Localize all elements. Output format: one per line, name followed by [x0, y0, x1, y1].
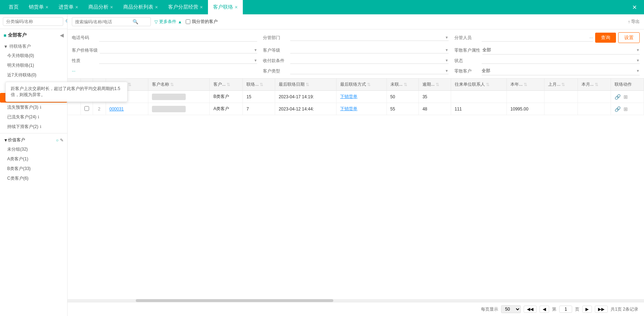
th-uncontacted[interactable]: 未联... ⇅ — [386, 79, 419, 91]
sort-icon-overdue: ⇅ — [436, 82, 439, 87]
filter-row-payment: 收付款条件 ▼ — [263, 57, 448, 64]
nav-item-customer-contact[interactable]: 客户联络 ✕ — [208, 0, 243, 14]
filter-select-retail-attr[interactable]: 全部 ▼ — [482, 46, 640, 55]
th-unit-contact[interactable]: 往来单位联系人 ⇅ — [451, 79, 506, 91]
filter-select-price-level[interactable]: ▼ — [100, 47, 257, 53]
customer-table: ⚙ 客户编码 ⇅ — [68, 79, 644, 115]
sidebar-item-churn-warning[interactable]: 流失预警客户(3) ℹ — [0, 103, 67, 112]
th-overdue[interactable]: 逾期... ⇅ — [419, 79, 451, 91]
value-customers-group[interactable]: ▼ 价值客户 ○ ✎ — [0, 135, 67, 145]
sidebar-item-class-b[interactable]: B类客户(33) — [0, 164, 67, 174]
nav-item-purchase[interactable]: 进货单 ✕ — [54, 0, 83, 14]
sidebar-search-input[interactable] — [3, 17, 63, 26]
more-options-link[interactable]: ··· — [72, 69, 75, 74]
filter-select-payment[interactable]: ▼ — [290, 57, 448, 64]
th-last-month[interactable]: 上月... ⇅ — [545, 79, 578, 91]
retail-customer-arrow-icon: ▼ — [636, 69, 640, 73]
nav-close-product-analysis[interactable]: ✕ — [110, 5, 113, 10]
my-customers-checkbox-area[interactable]: 我分管的客户 — [186, 19, 218, 25]
action-grid-icon-2[interactable]: ⊞ — [624, 106, 628, 112]
export-button[interactable]: ↑ 导出 — [628, 19, 640, 25]
th-name[interactable]: 客户名称 ⇅ — [148, 79, 210, 91]
window-close-button[interactable]: ✕ — [629, 4, 640, 11]
filter-input-phone[interactable] — [99, 34, 257, 42]
info-icon-churn-warning: ℹ — [40, 105, 41, 110]
page-number-input[interactable] — [559, 306, 572, 313]
th-last-contact-method[interactable]: 最后联络方式 ⇅ — [337, 79, 387, 91]
pagination-bar: 每页显示 50 10 20 100 ◀◀ ◀ 第 页 ▶ ▶▶ 共1页 2条记录 — [68, 302, 644, 316]
sidebar-collapse-icon[interactable]: ◀ — [60, 33, 64, 38]
td-uncontacted-1: 50 — [386, 91, 419, 103]
nav-item-home[interactable]: 首页 — [4, 0, 24, 14]
filter-label-status: 状态 — [454, 58, 479, 64]
row-checkbox-2[interactable] — [84, 106, 89, 111]
nav-item-customer-segment[interactable]: 客户分层经营 ✕ — [163, 0, 208, 14]
filter-search-input[interactable] — [75, 19, 133, 24]
sidebar-item-class-c[interactable]: C类客户(6) — [0, 174, 67, 183]
sidebar-item-tomorrow-pending[interactable]: 明天待联络(1) — [0, 61, 67, 70]
sort-icon-this-year: ⇅ — [524, 82, 527, 87]
settings-button[interactable]: 设置 — [618, 32, 640, 43]
next-page-button[interactable]: ▶ — [582, 306, 592, 313]
nav-close-customer-segment[interactable]: ✕ — [200, 5, 203, 10]
first-page-button[interactable]: ◀◀ — [524, 306, 537, 313]
per-page-select[interactable]: 50 10 20 100 — [501, 305, 521, 313]
filter-bar: 🔍 ▽ 更多条件 ▲ 我分管的客户 ↑ 导出 — [68, 14, 644, 29]
customer-type-arrow-icon: ▼ — [445, 69, 449, 73]
filter-search-box: 🔍 — [72, 17, 151, 26]
filter-label-price-level: 客户价格等级 — [72, 47, 98, 53]
nav-close-sales[interactable]: ✕ — [45, 5, 48, 10]
sidebar-item-declining[interactable]: 持续下滑客户(2) ℹ — [0, 122, 67, 132]
td-checkbox-2[interactable] — [80, 103, 93, 115]
th-this-year[interactable]: 本年... ⇅ — [507, 79, 545, 91]
sort-icon-contact-count: ⇅ — [260, 82, 263, 87]
nav-close-customer-contact[interactable]: ✕ — [235, 5, 238, 10]
filter-search-icon[interactable]: 🔍 — [133, 19, 138, 24]
filter-label-nature: 性质 — [72, 58, 97, 64]
filter-select-nature[interactable]: ▼ — [99, 57, 257, 64]
sidebar-item-today-pending[interactable]: 今天待联络(0) — [0, 51, 67, 61]
th-last-contact-date[interactable]: 最后联络日期 ⇅ — [275, 79, 336, 91]
filter-select-status[interactable]: ▼ — [482, 57, 640, 64]
sidebar-item-ungrouped[interactable]: 未分组(32) — [0, 145, 67, 154]
last-page-button[interactable]: ▶▶ — [595, 306, 608, 313]
th-contact-count[interactable]: 联络... ⇅ — [243, 79, 275, 91]
nav-label-product-analysis: 商品分析 — [88, 4, 108, 10]
sidebar-item-churned[interactable]: 已流失客户(24) ℹ — [0, 112, 67, 122]
action-grid-icon-1[interactable]: ⊞ — [624, 94, 628, 100]
prev-page-button[interactable]: ◀ — [539, 306, 549, 313]
pending-arrow-icon: ▼ — [4, 44, 8, 49]
td-unit-contact-2: 111 — [451, 103, 506, 115]
filter-select-dept[interactable]: ▼ — [290, 34, 448, 41]
manager-dots-icon: ··· — [589, 35, 593, 40]
value-group-arrow-icon: ▼ — [4, 138, 8, 143]
more-filters-button[interactable]: ▽ 更多条件 ▲ — [154, 19, 182, 25]
nav-item-product-analysis-list[interactable]: 商品分析列表 ✕ — [118, 0, 163, 14]
my-customers-checkbox[interactable] — [186, 19, 190, 24]
filter-row-phone: 电话号码 — [72, 32, 257, 43]
nav-close-product-analysis-list[interactable]: ✕ — [155, 5, 158, 10]
nav-item-sales[interactable]: 销货单 ✕ — [24, 0, 54, 14]
filter-row-dept: 分管部门 ▼ — [263, 32, 448, 43]
sidebar-item-7days-pending[interactable]: 近7天待联络(0) — [0, 70, 67, 80]
scrollbar-thumb[interactable] — [136, 299, 333, 302]
query-button[interactable]: 查询 — [595, 33, 616, 43]
nav-close-purchase[interactable]: ✕ — [75, 5, 78, 10]
th-this-month[interactable]: 本月... ⇅ — [578, 79, 611, 91]
dept-arrow-icon: ▼ — [445, 36, 449, 39]
nav-item-product-analysis[interactable]: 商品分析 ✕ — [83, 0, 118, 14]
filter-select-customer-level[interactable]: ▼ — [290, 47, 448, 53]
filter-select-manager[interactable]: ··· — [482, 34, 593, 42]
td-code-2[interactable]: 000031 — [106, 103, 148, 115]
horizontal-scrollbar[interactable] — [68, 299, 644, 302]
th-category[interactable]: 客户... ⇅ — [210, 79, 243, 91]
filter-select-customer-type[interactable]: ▼ — [290, 68, 448, 74]
filter-select-retail-customer[interactable]: 全部 ▼ — [482, 67, 640, 75]
filter-row-status: 状态 ▼ — [454, 57, 640, 64]
action-link-icon-2[interactable]: 🔗 — [615, 106, 621, 112]
all-customers-header[interactable]: ■ 全部客户 ◀ — [0, 29, 67, 41]
edit-icon[interactable]: ✎ — [60, 138, 64, 143]
action-link-icon-1[interactable]: 🔗 — [615, 94, 621, 100]
pending-contact-group[interactable]: ▼ 待联络客户 — [0, 41, 67, 51]
sidebar-item-class-a[interactable]: A类客户(1) — [0, 154, 67, 164]
